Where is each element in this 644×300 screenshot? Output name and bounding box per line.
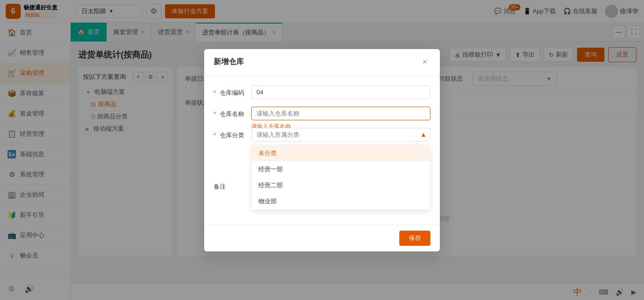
dropdown-item-uncategorized[interactable]: 未分类 [252, 145, 430, 161]
name-field: * 仓库名称 请输入仓库名称 [214, 107, 430, 120]
modal-header: 新增仓库 × [204, 49, 440, 76]
save-button[interactable]: 保存 [399, 231, 430, 246]
modal-body: * 仓库编码 * 仓库名称 请输入仓库名称 * 仓库分类 [204, 76, 440, 225]
name-input[interactable] [251, 107, 430, 120]
code-field: * 仓库编码 [214, 85, 430, 99]
chevron-up-icon: ▲ [420, 131, 427, 138]
note-label: 备注 [214, 179, 251, 191]
new-warehouse-modal: 新增仓库 × * 仓库编码 * 仓库名称 请输入仓库名称 [204, 49, 440, 251]
category-input[interactable] [251, 128, 430, 142]
modal-title: 新增仓库 [214, 57, 244, 67]
modal-close-button[interactable]: × [419, 57, 430, 68]
category-select-wrap: ▲ [251, 128, 430, 142]
modal-footer: 保存 [204, 225, 440, 251]
dropdown-item-dept2[interactable]: 经营二部 [252, 177, 430, 193]
dropdown-item-dept1[interactable]: 经营一部 [252, 161, 430, 177]
code-input[interactable] [251, 85, 430, 99]
category-label: * 仓库分类 [214, 128, 251, 140]
dropdown-item-dept3[interactable]: 物业部 [252, 193, 430, 209]
category-dropdown: 未分类 经营一部 经营二部 物业部 [251, 145, 430, 210]
name-label: * 仓库名称 [214, 107, 251, 118]
category-field: * 仓库分类 ▲ 未分类 经营一部 经营二部 物业部 [214, 128, 430, 142]
code-label: * 仓库编码 [214, 85, 251, 97]
modal-overlay[interactable]: 新增仓库 × * 仓库编码 * 仓库名称 请输入仓库名称 [0, 0, 644, 300]
